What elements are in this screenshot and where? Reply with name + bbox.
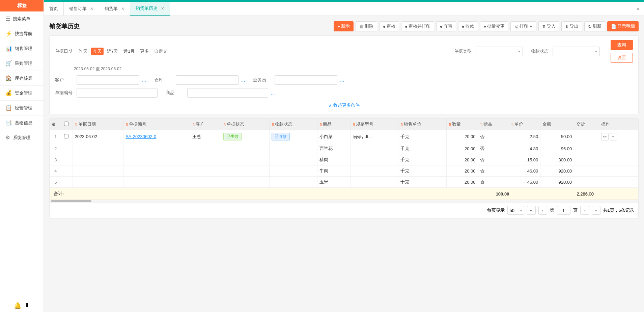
row-checkbox-cell[interactable] (62, 154, 73, 165)
row-docno-cell[interactable] (123, 177, 190, 188)
select-all-checkbox[interactable] (64, 122, 68, 126)
row-checkbox-cell[interactable] (62, 165, 73, 177)
print-button[interactable]: 🖨 打印 ▼ (510, 21, 536, 31)
col-unit[interactable]: ⇅销售单位 (398, 119, 446, 130)
row-checkbox[interactable] (64, 134, 68, 138)
staff-ellipsis-icon[interactable]: ... (340, 77, 344, 83)
customer-ellipsis-icon[interactable]: ... (142, 77, 146, 83)
show-detail-button[interactable]: 📄 显示明细 (607, 21, 639, 31)
collect-status-select[interactable] (553, 47, 600, 56)
col-gift[interactable]: ⇅赠品 (478, 119, 509, 130)
date-7days[interactable]: 近7天 (105, 48, 120, 55)
prev-page-button[interactable]: ‹ (538, 206, 547, 215)
horizontal-scrollbar[interactable] (50, 200, 638, 202)
row-docno-cell[interactable]: SA-20230602-0 (123, 130, 190, 143)
row-num-cell: 2 (50, 143, 62, 154)
query-button[interactable]: 查询 (611, 40, 633, 50)
collapse-button[interactable]: ∧ 收起更多条件 (55, 101, 633, 110)
abandon-label: 弃审 (444, 23, 452, 29)
doc-type-select[interactable] (476, 47, 523, 56)
sidebar-item-search-menu[interactable]: ☰ 搜索菜单 (0, 11, 44, 26)
tab-home[interactable]: 首页 (44, 2, 64, 16)
date-custom[interactable]: 自定义 (152, 48, 169, 55)
last-page-button[interactable]: » (592, 206, 600, 215)
delete-icon: 🗑 (359, 24, 364, 29)
row-docno-cell[interactable] (123, 165, 190, 177)
goods-input[interactable] (187, 88, 268, 98)
col-spec[interactable]: ⇅规格型号 (351, 119, 398, 130)
sidebar-item-basic-info[interactable]: 📑 基础信息 (0, 115, 44, 130)
more-button[interactable]: ⋯ (610, 133, 617, 140)
row-collectstatus-cell (269, 165, 317, 177)
col-settings[interactable]: ⚙ (50, 119, 62, 130)
warehouse-ellipsis-icon[interactable]: ... (241, 77, 245, 83)
next-page-button[interactable]: › (580, 206, 589, 215)
col-price[interactable]: ⇅单价 (509, 119, 540, 130)
sidebar-item-purchase-mgmt[interactable]: 🛒 采购管理 (0, 56, 44, 71)
col-doc-status[interactable]: ⇅单据状态 (221, 119, 269, 130)
import-icon: ⬆ (542, 24, 546, 29)
tab-sales-order-close[interactable]: ✕ (90, 6, 93, 11)
pause-icon[interactable]: ⏸ (24, 302, 30, 309)
col-transaction[interactable]: 交货 (574, 119, 599, 130)
col-date[interactable]: ⇅单据日期 (73, 119, 123, 130)
staff-input[interactable] (275, 75, 337, 85)
tab-home-label: 首页 (49, 6, 58, 12)
tab-sales-delivery-close[interactable]: ✕ (121, 6, 124, 11)
refresh-button[interactable]: ↻ 刷新 (584, 21, 605, 31)
warehouse-input[interactable] (176, 75, 239, 85)
date-today[interactable]: 今天 (91, 48, 104, 55)
doc-no-link[interactable]: SA-20230602-0 (125, 134, 156, 139)
sidebar-item-sales-mgmt[interactable]: 📊 销售管理 (0, 41, 44, 56)
tab-sales-delivery[interactable]: 销货单 ✕ (99, 2, 130, 16)
date-yesterday[interactable]: 昨天 (77, 48, 89, 55)
sidebar-item-inventory[interactable]: 🏠 库存核算 (0, 71, 44, 86)
audit-button[interactable]: ● 审核 (379, 21, 399, 31)
first-page-button[interactable]: « (527, 206, 536, 215)
col-customer[interactable]: ⇅客户 (190, 119, 221, 130)
customer-input[interactable] (77, 75, 139, 85)
data-table-container: ⚙ ⇅单据日期 ⇅单据编号 ⇅客户 ⇅单据状态 ⇅收款状态 ⇅商品 ⇅规格型号 … (49, 118, 639, 218)
sidebar-item-finance[interactable]: 💰 资金管理 (0, 86, 44, 101)
import-button[interactable]: ⬆ 导入 (538, 21, 559, 31)
per-page-select[interactable]: 50 10 20 100 (507, 206, 524, 215)
tab-bar-close[interactable]: ✕ (632, 6, 644, 11)
tab-sales-history-close[interactable]: ✕ (161, 6, 164, 11)
abandon-button[interactable]: ● 弃审 (436, 21, 456, 31)
row-checkbox-cell[interactable] (62, 143, 73, 154)
export-button[interactable]: ⬇ 导出 (561, 21, 582, 31)
new-button[interactable]: + 新增 (334, 21, 354, 31)
tab-sales-order[interactable]: 销售订单 ✕ (64, 2, 99, 16)
page-number-input[interactable] (557, 206, 570, 215)
notification-icon[interactable]: 🔔 (14, 302, 21, 309)
sidebar-item-system-mgmt[interactable]: ⚙ 系统管理 (0, 130, 44, 145)
collect-button[interactable]: ● 收款 (458, 21, 478, 31)
date-month[interactable]: 近1月 (121, 48, 137, 55)
tab-sales-history[interactable]: 销货单历史 ✕ (130, 2, 170, 16)
row-checkbox-cell[interactable] (62, 130, 73, 143)
col-collect-status[interactable]: ⇅收款状态 (269, 119, 317, 130)
col-checkbox[interactable] (62, 119, 73, 130)
row-docno-cell[interactable] (123, 154, 190, 165)
col-amount[interactable]: 金额 (540, 119, 574, 130)
row-docno-cell[interactable] (123, 143, 190, 154)
doc-no-input[interactable] (77, 88, 158, 98)
col-doc-no[interactable]: ⇅单据编号 (123, 119, 190, 130)
audit-print-button[interactable]: ● 审核并打印 (401, 21, 434, 31)
settings-button[interactable]: 设置 (611, 53, 633, 63)
batch-change-button[interactable]: ≡ 批量变更 (480, 21, 509, 31)
page-header: 销货单历史 + 新增 🗑 删除 ● 审核 ● 审核并打印 (49, 21, 639, 31)
scrollbar-thumb[interactable] (51, 200, 91, 202)
col-goods[interactable]: ⇅商品 (317, 119, 351, 130)
sidebar-item-quick-nav[interactable]: ⚡ 快捷导航 (0, 26, 44, 41)
delete-button[interactable]: 🗑 删除 (356, 21, 377, 31)
row-amount-cell: 96.00 (540, 143, 574, 154)
goods-ellipsis-icon[interactable]: ... (271, 90, 275, 96)
sidebar-item-operations[interactable]: 📋 经营管理 (0, 101, 44, 115)
edit-button[interactable]: ✏ (601, 133, 609, 140)
row-checkbox-cell[interactable] (62, 177, 73, 188)
sidebar-logo[interactable]: 标签 (0, 0, 44, 11)
date-more[interactable]: 更多 (138, 48, 151, 55)
row-action-cell (599, 177, 638, 188)
col-qty[interactable]: ⇅数量 (446, 119, 478, 130)
